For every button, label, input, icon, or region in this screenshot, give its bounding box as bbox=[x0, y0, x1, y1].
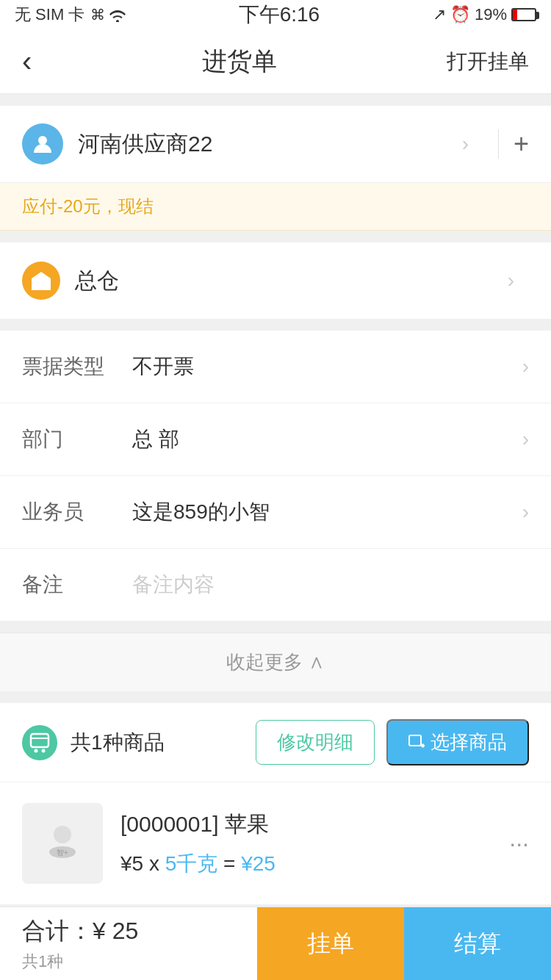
invoice-chevron-icon: › bbox=[522, 355, 529, 378]
sales-row[interactable]: 业务员 这是859的小智 › bbox=[0, 476, 551, 549]
section-divider bbox=[0, 94, 551, 106]
page-title: 进货单 bbox=[202, 45, 277, 79]
suspend-button[interactable]: 挂单 bbox=[257, 907, 404, 980]
product-name: [0000001] 苹果 bbox=[120, 810, 509, 840]
invoice-row[interactable]: 票据类型 不开票 › bbox=[0, 331, 551, 403]
svg-rect-6 bbox=[409, 735, 421, 746]
invoice-value: 不开票 bbox=[118, 353, 522, 381]
product-header: 共1种商品 修改明细 选择商品 bbox=[0, 703, 551, 782]
product-icon-wrap bbox=[22, 725, 57, 760]
warehouse-chevron-icon: › bbox=[508, 269, 514, 292]
supplier-row[interactable]: 河南供应商22 › + bbox=[0, 106, 551, 183]
vertical-divider bbox=[498, 129, 499, 159]
total-value: ¥25 bbox=[241, 852, 276, 875]
svg-point-5 bbox=[42, 749, 46, 752]
open-pending-button[interactable]: 打开挂单 bbox=[447, 48, 529, 76]
add-supplier-button[interactable]: + bbox=[514, 129, 529, 159]
equals-sign: = bbox=[217, 852, 241, 875]
total-count: 共1种 bbox=[22, 951, 235, 973]
total-value: ¥ 25 bbox=[93, 918, 138, 944]
product-info: [0000001] 苹果 ¥5 x 5千克 = ¥25 bbox=[120, 810, 509, 878]
warehouse-icon bbox=[30, 270, 52, 292]
svg-point-1 bbox=[38, 136, 47, 145]
remark-row[interactable]: 备注 备注内容 bbox=[0, 549, 551, 621]
dept-row[interactable]: 部门 总 部 › bbox=[0, 403, 551, 476]
quantity-value: 5千克 bbox=[165, 852, 218, 875]
total-amount: 合计：¥ 25 bbox=[22, 915, 235, 948]
select-product-button[interactable]: 选择商品 bbox=[386, 719, 529, 765]
battery-icon bbox=[511, 8, 536, 21]
cart-icon bbox=[29, 732, 50, 753]
supplier-notice: 应付-20元，现结 bbox=[0, 183, 551, 231]
svg-rect-2 bbox=[37, 283, 45, 290]
back-button[interactable]: ‹ bbox=[22, 45, 32, 78]
product-title: 苹果 bbox=[225, 812, 269, 836]
collapse-label: 收起更多 ∧ bbox=[226, 651, 324, 673]
status-right: ↗ ⏰ 19% bbox=[433, 5, 536, 24]
svg-point-0 bbox=[116, 20, 119, 22]
bottom-bar: 合计：¥ 25 共1种 挂单 结算 bbox=[0, 907, 551, 980]
warehouse-icon-wrap bbox=[22, 262, 60, 300]
svg-point-9 bbox=[54, 826, 71, 843]
svg-text:智+: 智+ bbox=[57, 849, 68, 857]
remark-label: 备注 bbox=[22, 571, 118, 599]
dept-value: 总 部 bbox=[118, 425, 522, 453]
price-value: ¥5 x bbox=[120, 852, 165, 875]
wifi-icon: ⌘ bbox=[90, 6, 126, 24]
product-thumbnail: 智+ bbox=[22, 803, 103, 884]
product-more-button[interactable]: ··· bbox=[509, 830, 529, 857]
sales-label: 业务员 bbox=[22, 498, 118, 526]
total-label: 合计： bbox=[22, 918, 93, 944]
invoice-label: 票据类型 bbox=[22, 353, 118, 381]
checkout-button[interactable]: 结算 bbox=[404, 907, 551, 980]
select-product-label: 选择商品 bbox=[431, 729, 507, 755]
dept-chevron-icon: › bbox=[522, 428, 529, 451]
status-time: 下午6:16 bbox=[239, 1, 320, 29]
sales-value: 这是859的小智 bbox=[118, 498, 522, 526]
section-divider-2 bbox=[0, 691, 551, 703]
edit-detail-button[interactable]: 修改明细 bbox=[256, 720, 375, 765]
alarm-icon: ⏰ bbox=[450, 5, 470, 24]
warehouse-section[interactable]: 总仓 › bbox=[0, 242, 551, 319]
location-icon: ↗ bbox=[433, 5, 446, 24]
carrier-text: 无 SIM 卡 bbox=[15, 4, 84, 26]
form-section: 票据类型 不开票 › 部门 总 部 › 业务员 这是859的小智 › 备注 备注… bbox=[0, 331, 551, 621]
product-thumb-icon: 智+ bbox=[39, 820, 86, 867]
collapse-bar[interactable]: 收起更多 ∧ bbox=[0, 633, 551, 691]
status-bar: 无 SIM 卡 ⌘ 下午6:16 ↗ ⏰ 19% bbox=[0, 0, 551, 29]
nav-bar: ‹ 进货单 打开挂单 bbox=[0, 29, 551, 94]
person-icon bbox=[31, 132, 54, 156]
product-item: 智+ [0000001] 苹果 ¥5 x 5千克 = ¥25 ··· bbox=[0, 782, 551, 904]
status-carrier: 无 SIM 卡 ⌘ bbox=[15, 4, 126, 26]
remark-input[interactable]: 备注内容 bbox=[118, 571, 529, 599]
supplier-avatar bbox=[22, 123, 63, 165]
supplier-name: 河南供应商22 bbox=[78, 129, 462, 159]
warehouse-name: 总仓 bbox=[75, 266, 508, 296]
sales-chevron-icon: › bbox=[522, 500, 529, 524]
supplier-chevron-icon: › bbox=[462, 132, 469, 156]
svg-point-4 bbox=[35, 749, 38, 752]
battery-text: 19% bbox=[475, 5, 507, 24]
product-price-row: ¥5 x 5千克 = ¥25 bbox=[120, 850, 509, 878]
cart-add-icon bbox=[408, 735, 425, 751]
product-code: [0000001] bbox=[120, 812, 225, 836]
product-count: 共1种商品 bbox=[71, 729, 256, 757]
supplier-section: 河南供应商22 › + 应付-20元，现结 bbox=[0, 106, 551, 231]
bottom-total: 合计：¥ 25 共1种 bbox=[0, 907, 257, 980]
svg-rect-3 bbox=[31, 734, 48, 747]
dept-label: 部门 bbox=[22, 425, 118, 453]
